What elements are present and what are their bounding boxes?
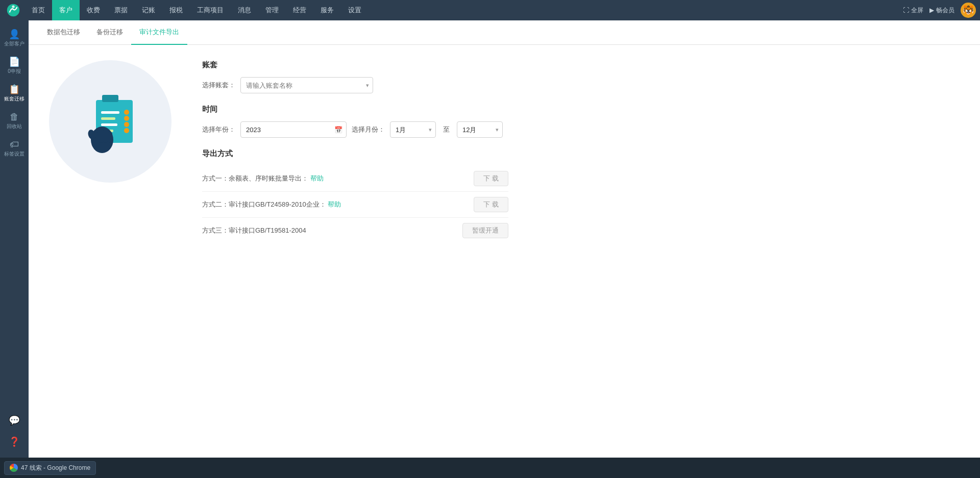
member-button[interactable]: ▶ 畅会员 — [929, 6, 954, 15]
month-start-select-wrap: 1月2月3月4月 5月6月7月8月 9月10月11月12月 ▾ — [390, 121, 436, 138]
method-2-help-link[interactable]: 帮助 — [328, 200, 341, 208]
svg-rect-4 — [101, 111, 119, 114]
content-area: 数据包迁移 备份迁移 审计文件导出 — [29, 20, 980, 458]
method-3-pending-btn[interactable]: 暂缓开通 — [462, 223, 508, 238]
chat-icon-btn[interactable]: 💬 — [0, 411, 29, 430]
help-icon-btn[interactable]: ❓ — [0, 432, 29, 451]
nav-business[interactable]: 工商项目 — [190, 0, 231, 20]
nav-items: 首页 客户 收费 票据 记账 报税 工商项目 消息 管理 经营 服务 设置 — [24, 0, 903, 20]
chrome-icon — [10, 464, 18, 472]
to-separator: 至 — [441, 125, 452, 134]
sidebar-bottom: 💬 ❓ — [0, 411, 29, 458]
tabs-bar: 数据包迁移 备份迁移 审计文件导出 — [29, 20, 980, 45]
avatar[interactable]: 🐯 — [961, 3, 976, 18]
taskbar-item-label: 47 线索 - Google Chrome — [21, 464, 90, 472]
month-end-select-wrap: 1月2月3月4月 5月6月7月8月 9月10月11月 12月 ▾ — [457, 121, 503, 138]
time-row: 选择年份： 📅 选择月份： 1月2月3月4月 5月6月7月8月 9月10月11月… — [202, 121, 508, 138]
time-section-title: 时间 — [202, 105, 508, 114]
sidebar-item-zero-declaration[interactable]: 📄 0申报 — [0, 52, 29, 80]
taskbar: 47 线索 - Google Chrome — [0, 458, 980, 478]
taskbar-chrome-item[interactable]: 47 线索 - Google Chrome — [4, 461, 96, 475]
export-method-2: 方式二：审计接口GB/T24589-2010企业： 帮助 下 载 — [202, 192, 508, 218]
nav-settings[interactable]: 设置 — [341, 0, 369, 20]
svg-point-8 — [124, 110, 129, 115]
nav-manage[interactable]: 管理 — [258, 0, 286, 20]
svg-point-9 — [124, 116, 129, 121]
sidebar-item-all-clients[interactable]: 👤 全部客户 — [0, 24, 29, 52]
method-3-label: 方式三：审计接口GB/T19581-2004 — [202, 226, 306, 235]
year-input-wrap: 📅 — [240, 121, 347, 138]
illustration — [49, 60, 172, 183]
page-content: 账套 选择账套： ▾ 时间 选择年份： 📅 — [29, 45, 980, 458]
svg-rect-14 — [98, 129, 104, 143]
main-layout: 👤 全部客户 📄 0申报 📋 账套迁移 🗑 回收站 🏷 标签设置 💬 ❓ 数据包… — [0, 20, 980, 458]
nav-client[interactable]: 客户 — [52, 0, 80, 20]
export-section-title: 导出方式 — [202, 149, 508, 159]
nav-message[interactable]: 消息 — [231, 0, 258, 20]
account-label: 选择账套： — [202, 81, 235, 90]
tag-settings-icon: 🏷 — [10, 140, 19, 149]
method-1-label: 方式一：余额表、序时账批量导出： 帮助 — [202, 174, 324, 183]
nav-service[interactable]: 服务 — [313, 0, 341, 20]
audit-layout: 账套 选择账套： ▾ 时间 选择年份： 📅 — [49, 60, 508, 243]
month-end-select[interactable]: 1月2月3月4月 5月6月7月8月 9月10月11月 12月 — [457, 121, 503, 138]
svg-rect-15 — [103, 130, 108, 143]
form-section: 账套 选择账套： ▾ 时间 选择年份： 📅 — [202, 60, 508, 243]
account-row: 选择账套： ▾ — [202, 77, 508, 93]
sidebar-item-account-migration[interactable]: 📋 账套迁移 — [0, 80, 29, 107]
year-input[interactable] — [240, 121, 347, 138]
tab-data-migration[interactable]: 数据包迁移 — [39, 20, 88, 45]
method-1-download-btn[interactable]: 下 载 — [474, 171, 508, 186]
method-1-help-link[interactable]: 帮助 — [310, 174, 324, 182]
svg-rect-3 — [102, 95, 118, 102]
all-clients-icon: 👤 — [9, 30, 20, 39]
account-section-title: 账套 — [202, 60, 508, 70]
recycle-bin-icon: 🗑 — [10, 112, 19, 121]
svg-point-11 — [124, 128, 129, 133]
sidebar-item-recycle-bin[interactable]: 🗑 回收站 — [0, 107, 29, 135]
nav-invoice[interactable]: 票据 — [107, 0, 135, 20]
export-method-3: 方式三：审计接口GB/T19581-2004 暂缓开通 — [202, 218, 508, 243]
nav-tax[interactable]: 报税 — [162, 0, 190, 20]
svg-rect-6 — [101, 123, 117, 126]
export-method-1: 方式一：余额表、序时账批量导出： 帮助 下 载 — [202, 166, 508, 192]
top-nav-right: ⛶ 全屏 ▶ 畅会员 🐯 — [903, 3, 976, 18]
year-label: 选择年份： — [202, 125, 235, 134]
fullscreen-button[interactable]: ⛶ 全屏 — [903, 6, 923, 15]
sidebar: 👤 全部客户 📄 0申报 📋 账套迁移 🗑 回收站 🏷 标签设置 💬 ❓ — [0, 20, 29, 458]
account-select-wrap: ▾ — [240, 77, 373, 93]
account-migration-icon: 📋 — [9, 85, 20, 94]
svg-rect-5 — [101, 117, 115, 120]
nav-operation[interactable]: 经营 — [286, 0, 313, 20]
nav-home[interactable]: 首页 — [24, 0, 52, 20]
sidebar-item-tag-settings[interactable]: 🏷 标签设置 — [0, 135, 29, 162]
month-label: 选择月份： — [352, 125, 385, 134]
svg-point-1 — [12, 5, 14, 8]
svg-point-10 — [124, 122, 129, 127]
nav-fee[interactable]: 收费 — [80, 0, 107, 20]
svg-rect-16 — [108, 132, 112, 143]
top-nav: 首页 客户 收费 票据 记账 报税 工商项目 消息 管理 经营 服务 设置 ⛶ … — [0, 0, 980, 20]
method-2-label: 方式二：审计接口GB/T24589-2010企业： 帮助 — [202, 200, 341, 209]
app-logo[interactable] — [4, 1, 22, 19]
month-start-select[interactable]: 1月2月3月4月 5月6月7月8月 9月10月11月12月 — [390, 121, 436, 138]
tab-audit-export[interactable]: 审计文件导出 — [131, 20, 187, 45]
account-input[interactable] — [240, 77, 373, 93]
tab-backup-migration[interactable]: 备份迁移 — [88, 20, 131, 45]
nav-accounting[interactable]: 记账 — [135, 0, 162, 20]
zero-declaration-icon: 📄 — [9, 57, 20, 66]
method-2-download-btn[interactable]: 下 载 — [474, 197, 508, 212]
